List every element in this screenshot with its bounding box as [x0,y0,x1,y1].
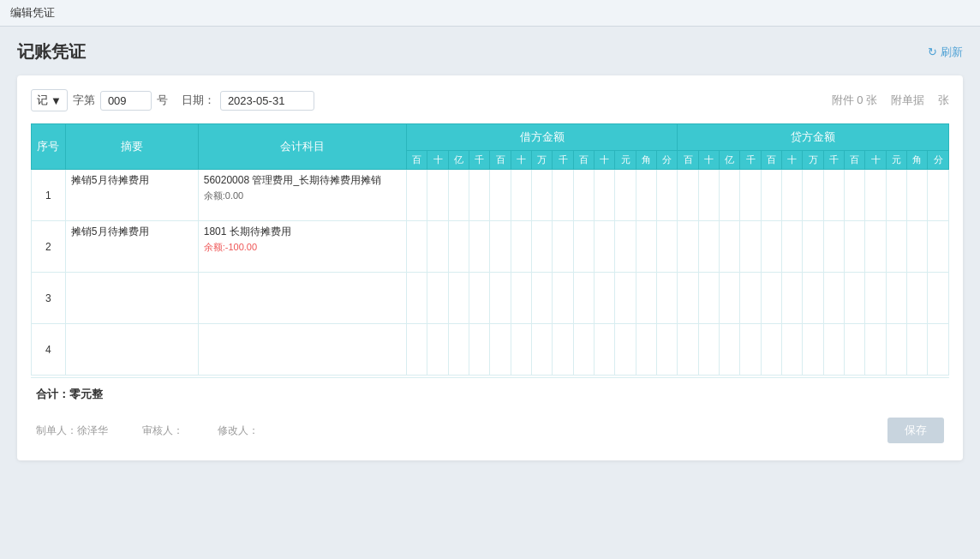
debit-cell[interactable] [407,221,427,273]
credit-cell[interactable] [803,273,823,324]
debit-cell[interactable] [427,221,448,273]
debit-cell[interactable] [636,273,656,324]
credit-cell[interactable] [803,324,823,376]
debit-cell[interactable] [407,170,427,221]
debit-cell[interactable] [490,273,511,324]
debit-cell[interactable] [407,273,427,324]
debit-cell[interactable] [657,221,678,273]
debit-cell[interactable] [615,170,636,221]
voucher-number-input[interactable] [100,91,152,111]
attach-bill[interactable]: 附单据 [891,93,924,108]
credit-cell[interactable] [698,221,719,273]
credit-cell[interactable] [886,324,906,376]
debit-cell[interactable] [511,170,531,221]
debit-cell[interactable] [553,221,573,273]
debit-cell[interactable] [427,170,448,221]
debit-cell[interactable] [469,324,490,376]
credit-cell[interactable] [761,170,781,221]
credit-cell[interactable] [678,324,698,376]
credit-cell[interactable] [845,273,865,324]
credit-cell[interactable] [928,273,949,324]
row-summary[interactable] [65,273,198,324]
credit-cell[interactable] [928,324,949,376]
debit-cell[interactable] [469,273,490,324]
debit-cell[interactable] [532,273,553,324]
credit-cell[interactable] [782,221,803,273]
credit-cell[interactable] [865,324,886,376]
credit-cell[interactable] [865,170,886,221]
type-select[interactable]: 记 ▼ [31,89,68,111]
debit-cell[interactable] [553,273,573,324]
row-summary[interactable]: 摊销5月待摊费用 [65,170,198,221]
credit-cell[interactable] [886,170,906,221]
debit-cell[interactable] [532,221,553,273]
credit-cell[interactable] [698,324,719,376]
debit-cell[interactable] [448,221,469,273]
debit-cell[interactable] [615,221,636,273]
credit-cell[interactable] [678,273,698,324]
debit-cell[interactable] [448,170,469,221]
credit-cell[interactable] [803,170,823,221]
credit-cell[interactable] [907,170,928,221]
debit-cell[interactable] [553,170,573,221]
debit-cell[interactable] [427,273,448,324]
debit-cell[interactable] [657,324,678,376]
credit-cell[interactable] [928,221,949,273]
credit-cell[interactable] [782,170,803,221]
row-account[interactable]: 1801 长期待摊费用余额:-100.00 [198,221,406,273]
credit-cell[interactable] [907,324,928,376]
debit-cell[interactable] [615,324,636,376]
credit-cell[interactable] [782,324,803,376]
debit-cell[interactable] [490,324,511,376]
debit-cell[interactable] [427,324,448,376]
credit-cell[interactable] [740,273,761,324]
debit-cell[interactable] [511,324,531,376]
debit-cell[interactable] [573,273,594,324]
debit-cell[interactable] [657,273,678,324]
credit-cell[interactable] [865,221,886,273]
credit-cell[interactable] [823,221,844,273]
credit-cell[interactable] [782,273,803,324]
credit-cell[interactable] [845,170,865,221]
debit-cell[interactable] [490,221,511,273]
refresh-button[interactable]: ↻ 刷新 [928,45,963,60]
debit-cell[interactable] [448,273,469,324]
credit-cell[interactable] [907,273,928,324]
credit-cell[interactable] [845,324,865,376]
debit-cell[interactable] [407,324,427,376]
credit-cell[interactable] [928,170,949,221]
credit-cell[interactable] [720,221,740,273]
debit-cell[interactable] [657,170,678,221]
debit-cell[interactable] [469,221,490,273]
debit-cell[interactable] [469,170,490,221]
attach-count[interactable]: 附件 0 张 [832,93,877,108]
debit-cell[interactable] [448,324,469,376]
debit-cell[interactable] [573,324,594,376]
debit-cell[interactable] [595,273,615,324]
credit-cell[interactable] [845,221,865,273]
credit-cell[interactable] [761,324,781,376]
credit-cell[interactable] [678,221,698,273]
save-button[interactable]: 保存 [887,418,944,443]
row-account[interactable] [198,273,406,324]
credit-cell[interactable] [907,221,928,273]
debit-cell[interactable] [636,170,656,221]
debit-cell[interactable] [595,324,615,376]
debit-cell[interactable] [615,273,636,324]
row-summary[interactable] [65,324,198,376]
credit-cell[interactable] [823,324,844,376]
credit-cell[interactable] [740,221,761,273]
debit-cell[interactable] [636,324,656,376]
debit-cell[interactable] [573,221,594,273]
credit-cell[interactable] [761,273,781,324]
row-account[interactable]: 56020008 管理费用_长期待摊费用摊销余额:0.00 [198,170,406,221]
debit-cell[interactable] [595,170,615,221]
credit-cell[interactable] [678,170,698,221]
credit-cell[interactable] [720,170,740,221]
credit-cell[interactable] [720,324,740,376]
credit-cell[interactable] [720,273,740,324]
credit-cell[interactable] [886,273,906,324]
credit-cell[interactable] [803,221,823,273]
row-account[interactable] [198,324,406,376]
credit-cell[interactable] [698,170,719,221]
